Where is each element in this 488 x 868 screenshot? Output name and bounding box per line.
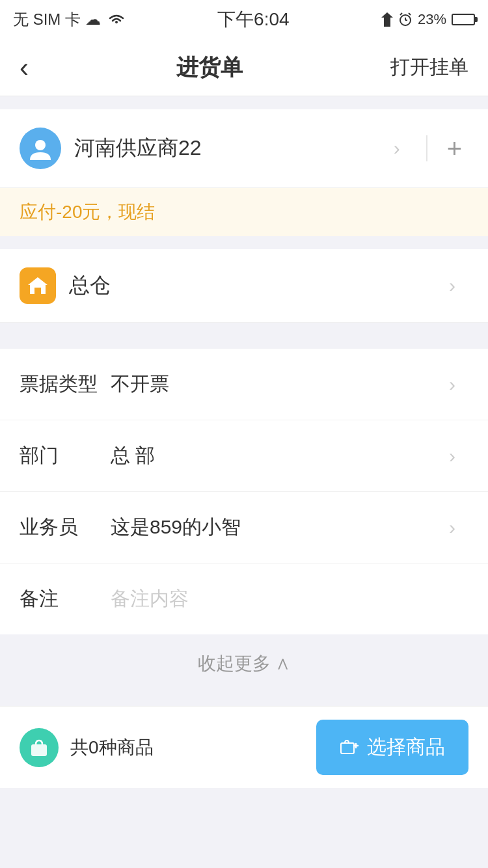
warehouse-icon [20,267,56,304]
open-pending-button[interactable]: 打开挂单 [390,54,468,81]
select-product-icon [340,739,359,756]
note-row[interactable]: 备注 备注内容 [0,563,488,634]
svg-rect-7 [31,744,47,756]
invoice-value: 不开票 [111,371,449,398]
svg-line-4 [409,13,411,15]
battery-icon [452,14,475,25]
gray-fill-area [0,788,488,868]
supplier-divider [426,135,427,161]
bottom-bar: 共0种商品 选择商品 [0,706,488,788]
invoice-chevron-icon: › [449,373,455,396]
notice-text: 应付-20元，现结 [20,202,155,222]
salesperson-chevron-icon: › [449,517,455,539]
invoice-row[interactable]: 票据类型 不开票 › [0,349,488,420]
supplier-section: 河南供应商22 › + 应付-20元，现结 [0,109,488,236]
collapse-label: 收起更多 ∧ [198,653,291,673]
svg-rect-6 [34,288,41,294]
department-chevron-icon: › [449,445,455,467]
nav-bar: ‹ 进货单 打开挂单 [0,39,488,96]
person-icon [27,135,53,161]
form-section: 票据类型 不开票 › 部门 总 部 › 业务员 这是859的小智 › 备注 备注… [0,349,488,634]
add-supplier-button[interactable]: + [441,134,468,163]
warehouse-chevron-icon: › [449,275,455,297]
signal-text: 无 SIM 卡 ☁ [13,9,101,30]
house-icon [27,275,49,297]
select-product-button[interactable]: 选择商品 [316,720,468,775]
supplier-avatar [20,128,61,169]
product-bag-icon [20,728,59,767]
status-bar: 无 SIM 卡 ☁ 下午6:04 23% [0,0,488,39]
bag-icon [28,737,50,759]
department-value: 总 部 [111,442,449,469]
status-left: 无 SIM 卡 ☁ [13,9,126,30]
section-gap-2 [0,236,488,249]
supplier-name: 河南供应商22 [74,134,394,163]
notice-banner: 应付-20元，现结 [0,188,488,236]
salesperson-label: 业务员 [20,514,111,541]
department-row[interactable]: 部门 总 部 › [0,420,488,492]
wifi-icon [107,13,126,26]
select-product-label: 选择商品 [367,734,445,761]
note-label: 备注 [20,586,111,612]
svg-point-5 [35,140,46,150]
product-count-text: 共0种商品 [70,735,154,760]
status-right: 23% [381,11,475,28]
section-gap-1 [0,96,488,109]
svg-line-3 [400,13,402,15]
note-input[interactable]: 备注内容 [111,586,468,612]
page-title: 进货单 [176,53,243,83]
warehouse-name: 总仓 [69,271,449,300]
supplier-chevron-icon: › [394,137,400,159]
svg-rect-8 [341,743,354,753]
supplier-row[interactable]: 河南供应商22 › + [0,109,488,188]
alarm-icon [398,12,413,27]
invoice-label: 票据类型 [20,371,111,398]
location-icon [381,12,393,27]
status-time: 下午6:04 [217,7,290,32]
salesperson-value: 这是859的小智 [111,514,449,541]
collapse-toggle[interactable]: 收起更多 ∧ [0,634,488,693]
back-button[interactable]: ‹ [20,52,29,83]
warehouse-row[interactable]: 总仓 › [0,249,488,323]
product-count-area: 共0种商品 [20,728,154,767]
battery-text: 23% [418,11,446,28]
department-label: 部门 [20,442,111,469]
section-gap-3 [0,323,488,336]
salesperson-row[interactable]: 业务员 这是859的小智 › [0,492,488,563]
